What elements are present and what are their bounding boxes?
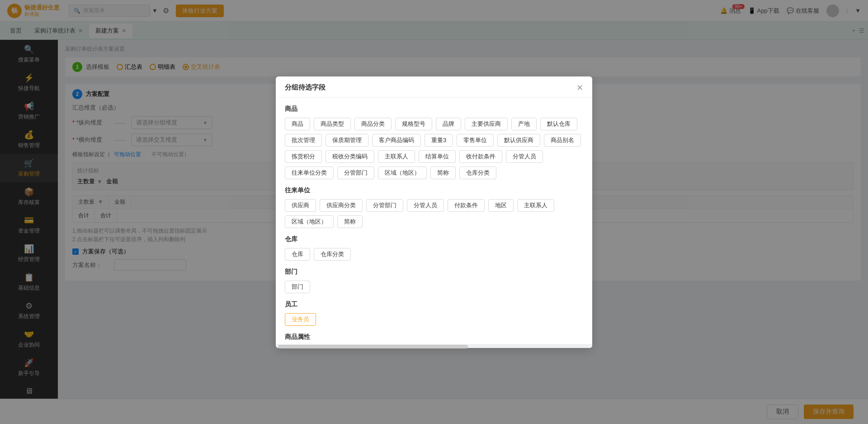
field-tag-0-18[interactable]: 结算单位 — [419, 150, 456, 163]
modal-section-4: 员工业务员 — [285, 300, 583, 326]
field-tag-0-19[interactable]: 收付款条件 — [459, 150, 502, 163]
field-tag-0-8[interactable]: 批次管理 — [285, 134, 322, 147]
modal-section-title-5: 商品属性 — [285, 333, 583, 341]
modal-section-tags-3: 部门 — [285, 281, 583, 293]
field-tag-1-6[interactable]: 主联系人 — [517, 199, 554, 212]
modal-section-title-0: 商品 — [285, 105, 583, 113]
modal-section-0: 商品商品商品类型商品分类规格型号品牌主要供应商产地默认仓库批次管理保质期管理客户… — [285, 105, 583, 179]
field-tag-0-11[interactable]: 重量3 — [425, 134, 453, 147]
modal-body[interactable]: 商品商品商品类型商品分类规格型号品牌主要供应商产地默认仓库批次管理保质期管理客户… — [276, 98, 592, 345]
field-tag-1-0[interactable]: 供应商 — [285, 199, 316, 212]
field-tag-3-0[interactable]: 部门 — [285, 281, 310, 293]
modal-section-title-2: 仓库 — [285, 235, 583, 243]
field-tag-0-10[interactable]: 客户商品编码 — [372, 134, 421, 147]
field-tag-1-5[interactable]: 地区 — [488, 199, 514, 212]
field-tag-0-17[interactable]: 主联系人 — [378, 150, 415, 163]
modal-section-tags-4: 业务员 — [285, 313, 583, 326]
field-tag-0-9[interactable]: 保质期管理 — [326, 134, 368, 147]
field-tag-1-2[interactable]: 分管部门 — [366, 199, 403, 212]
modal-section-tags-1: 供应商供应商分类分管部门分管人员付款条件地区主联系人区域（地区）简称 — [285, 199, 583, 228]
field-tag-1-3[interactable]: 分管人员 — [407, 199, 444, 212]
field-tag-0-16[interactable]: 税收分类编码 — [326, 150, 374, 163]
field-tag-0-22[interactable]: 分管部门 — [337, 167, 374, 179]
field-tag-0-2[interactable]: 商品分类 — [354, 118, 392, 130]
modal-section-2: 仓库仓库仓库分类 — [285, 235, 583, 261]
modal: 分组待选字段 ✕ 商品商品商品类型商品分类规格型号品牌主要供应商产地默认仓库批次… — [276, 76, 592, 348]
field-tag-0-23[interactable]: 区域（地区） — [378, 167, 427, 179]
field-tag-0-0[interactable]: 商品 — [285, 118, 310, 130]
modal-section-5: 商品属性属性颜色多规格尺码鞋码1 — [285, 333, 583, 345]
field-tag-1-7[interactable]: 区域（地区） — [285, 215, 334, 228]
field-tag-0-5[interactable]: 主要供应商 — [465, 118, 508, 130]
field-tag-0-15[interactable]: 拣货积分 — [285, 150, 322, 163]
field-tag-0-6[interactable]: 产地 — [511, 118, 537, 130]
modal-section-title-3: 部门 — [285, 268, 583, 276]
modal-section-1: 往来单位供应商供应商分类分管部门分管人员付款条件地区主联系人区域（地区）简称 — [285, 186, 583, 228]
field-tag-2-0[interactable]: 仓库 — [285, 248, 310, 261]
modal-hscroll-thumb — [278, 345, 468, 348]
field-tag-0-25[interactable]: 仓库分类 — [459, 167, 496, 179]
field-tag-0-1[interactable]: 商品类型 — [314, 118, 351, 130]
field-tag-0-12[interactable]: 零售单位 — [457, 134, 494, 147]
modal-section-title-4: 员工 — [285, 300, 583, 309]
field-tag-0-7[interactable]: 默认仓库 — [540, 118, 577, 130]
field-tag-1-4[interactable]: 付款条件 — [448, 199, 485, 212]
modal-section-tags-0: 商品商品类型商品分类规格型号品牌主要供应商产地默认仓库批次管理保质期管理客户商品… — [285, 118, 583, 179]
modal-section-tags-2: 仓库仓库分类 — [285, 248, 583, 261]
field-tag-0-13[interactable]: 默认供应商 — [497, 134, 540, 147]
modal-close-btn[interactable]: ✕ — [576, 83, 583, 93]
field-tag-0-21[interactable]: 往来单位分类 — [285, 167, 334, 179]
field-tag-0-14[interactable]: 商品别名 — [544, 134, 581, 147]
field-tag-1-1[interactable]: 供应商分类 — [320, 199, 363, 212]
modal-section-3: 部门部门 — [285, 268, 583, 293]
field-tag-1-8[interactable]: 简称 — [337, 215, 363, 228]
modal-hscroll[interactable] — [276, 344, 592, 348]
field-tag-4-0[interactable]: 业务员 — [285, 313, 316, 326]
field-tag-0-20[interactable]: 分管人员 — [506, 150, 543, 163]
field-tag-0-4[interactable]: 品牌 — [436, 118, 461, 130]
modal-header: 分组待选字段 ✕ — [276, 76, 592, 98]
field-tag-2-1[interactable]: 仓库分类 — [314, 248, 351, 261]
modal-section-title-1: 往来单位 — [285, 186, 583, 195]
field-tag-0-24[interactable]: 简称 — [430, 167, 456, 179]
modal-title: 分组待选字段 — [285, 83, 326, 92]
modal-overlay: 分组待选字段 ✕ 商品商品商品类型商品分类规格型号品牌主要供应商产地默认仓库批次… — [0, 0, 868, 424]
field-tag-0-3[interactable]: 规格型号 — [395, 118, 432, 130]
